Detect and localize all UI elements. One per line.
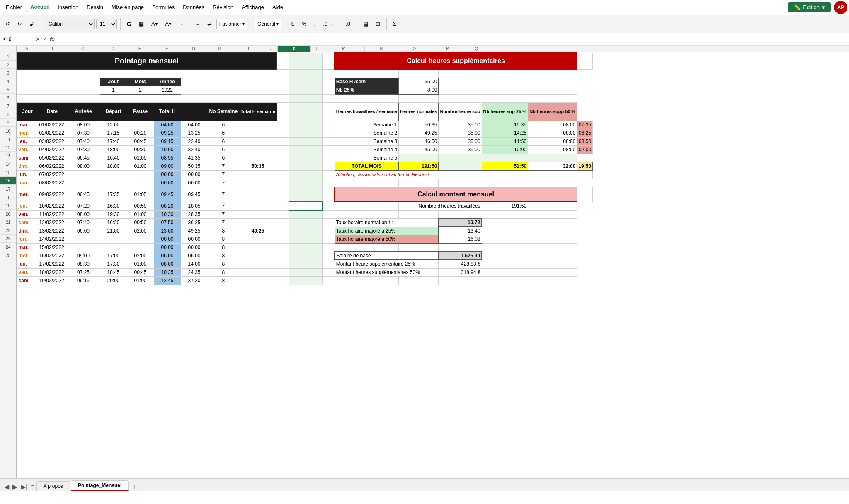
cell-E5[interactable]: [127, 94, 154, 102]
cell-P5[interactable]: [482, 94, 528, 102]
cell-Q20[interactable]: [528, 235, 577, 243]
borders-button[interactable]: ▦: [136, 19, 147, 29]
cell-E18[interactable]: 00:50: [127, 218, 154, 227]
cell-G11[interactable]: 41:35: [181, 154, 208, 162]
cell-Q17[interactable]: [528, 210, 577, 218]
cell-G8[interactable]: 13:25: [181, 129, 208, 137]
cell-N14[interactable]: [399, 179, 439, 187]
cell-D14[interactable]: [100, 179, 127, 187]
cell-M23-montant25[interactable]: Montant heure supplémentaire 25%: [335, 260, 439, 268]
cell-J10[interactable]: [277, 145, 289, 154]
cell-L2[interactable]: [322, 69, 335, 78]
cell-I18[interactable]: [239, 218, 277, 227]
sheet-tab-apropos[interactable]: A propos: [36, 481, 70, 491]
cell-K11[interactable]: [289, 154, 322, 162]
cell-L14[interactable]: [322, 179, 335, 187]
cell-I19[interactable]: 49:25: [239, 227, 277, 235]
cell-G7[interactable]: 04:00: [181, 121, 208, 129]
cell-J24[interactable]: [277, 268, 289, 276]
cell-P10-s25[interactable]: 08:00: [528, 145, 577, 154]
cell-C23[interactable]: 08:30: [67, 260, 100, 268]
cell-M1-title[interactable]: Calcul heures supplémentaires: [335, 53, 577, 69]
cell-K17[interactable]: [289, 210, 322, 218]
cell-E9[interactable]: 00:45: [127, 137, 154, 145]
cell-G16[interactable]: 18:05: [181, 202, 208, 210]
cell-B9[interactable]: 03/02/2022: [38, 137, 67, 145]
cell-P25[interactable]: [482, 276, 528, 285]
cell-L9[interactable]: [322, 137, 335, 145]
cell-F20[interactable]: 00:00: [154, 235, 181, 243]
cell-H21[interactable]: 8: [208, 243, 239, 252]
cell-C5[interactable]: [67, 94, 100, 102]
cell-P17[interactable]: [482, 210, 528, 218]
cell-O3[interactable]: [439, 78, 482, 86]
cell-C9[interactable]: 07:40: [67, 137, 100, 145]
cell-K16-selected[interactable]: [289, 202, 322, 210]
cell-I6-total-sem-hdr[interactable]: Total H semaine: [239, 102, 277, 121]
cell-J16[interactable]: [277, 202, 289, 210]
cell-G21[interactable]: 00:00: [181, 243, 208, 252]
bold-button[interactable]: G: [124, 19, 134, 29]
cell-H13[interactable]: 7: [208, 170, 239, 179]
more-button[interactable]: ···: [176, 19, 187, 29]
cell-I13[interactable]: [239, 170, 277, 179]
percent-button[interactable]: %: [299, 19, 310, 29]
row-num-15[interactable]: 15: [0, 168, 16, 177]
cell-O6-nb-sup[interactable]: Nombre heure sup: [439, 102, 482, 121]
sheet-tab-pointage[interactable]: Pointage_Mensuel: [71, 480, 129, 491]
cell-N10-trav[interactable]: 45:00: [399, 145, 439, 154]
cell-B24[interactable]: 18/02/2022: [38, 268, 67, 276]
cell-N9-trav[interactable]: 46:50: [399, 137, 439, 145]
menu-formules[interactable]: Formules: [148, 2, 179, 12]
cell-C12[interactable]: 08:00: [67, 162, 100, 170]
cell-M16[interactable]: [335, 202, 398, 210]
cell-E17[interactable]: 01:00: [127, 210, 154, 218]
cell-M15-montant-title[interactable]: Calcul montant mensuel: [335, 187, 577, 202]
cell-I24[interactable]: [239, 268, 277, 276]
formula-input[interactable]: [57, 36, 849, 42]
row-num-10[interactable]: 10: [0, 127, 16, 135]
cell-O8-sup[interactable]: 14:25: [482, 129, 528, 137]
row-num-1[interactable]: 1: [0, 52, 16, 61]
cell-K22[interactable]: [289, 252, 322, 260]
cell-F9[interactable]: 09:15: [154, 137, 181, 145]
cell-Q22[interactable]: [528, 252, 577, 260]
cell-H19[interactable]: 8: [208, 227, 239, 235]
cell-I11[interactable]: [239, 154, 277, 162]
cell-N21[interactable]: [399, 243, 439, 252]
cell-J1[interactable]: [277, 53, 289, 69]
cell-O17[interactable]: [439, 210, 482, 218]
cell-K1[interactable]: [289, 53, 322, 69]
cell-J18[interactable]: [277, 218, 289, 227]
cell-Q14[interactable]: [528, 179, 577, 187]
cell-M2[interactable]: [335, 69, 398, 78]
cell-G3[interactable]: [181, 78, 208, 86]
cell-L23[interactable]: [322, 260, 335, 268]
menu-mise-en-page[interactable]: Mise en page: [107, 2, 148, 12]
cell-D19[interactable]: 21:00: [100, 227, 127, 235]
cell-O18-taux-val[interactable]: 10,72: [439, 218, 482, 227]
cell-Q1[interactable]: [577, 53, 593, 69]
cell-C13[interactable]: [67, 170, 100, 179]
cell-O24-montant50-val[interactable]: 318,94 €: [439, 268, 482, 276]
row-num-2[interactable]: 2: [0, 61, 16, 69]
cell-C20[interactable]: [67, 235, 100, 243]
cell-J17[interactable]: [277, 210, 289, 218]
cell-M12-total[interactable]: TOTAL MOIS: [335, 162, 398, 170]
cell-Q18[interactable]: [528, 218, 577, 227]
cell-G17[interactable]: 28:35: [181, 210, 208, 218]
cell-E25[interactable]: 01:00: [127, 276, 154, 285]
cell-F22[interactable]: 06:00: [154, 252, 181, 260]
cell-I2[interactable]: [239, 69, 277, 78]
cell-J13[interactable]: [277, 170, 289, 179]
row-num-9[interactable]: 9: [0, 119, 16, 127]
cell-E11[interactable]: 01:00: [127, 154, 154, 162]
cell-J22[interactable]: [277, 252, 289, 260]
cell-K6[interactable]: [289, 102, 322, 121]
cell-O7-s1-sup[interactable]: 15:35: [482, 121, 528, 129]
cell-H22[interactable]: 8: [208, 252, 239, 260]
cell-O22-salaire-val[interactable]: 1 625,90: [439, 252, 482, 260]
cell-N2[interactable]: [399, 69, 439, 78]
cell-O5[interactable]: [439, 94, 482, 102]
cell-I9[interactable]: [239, 137, 277, 145]
